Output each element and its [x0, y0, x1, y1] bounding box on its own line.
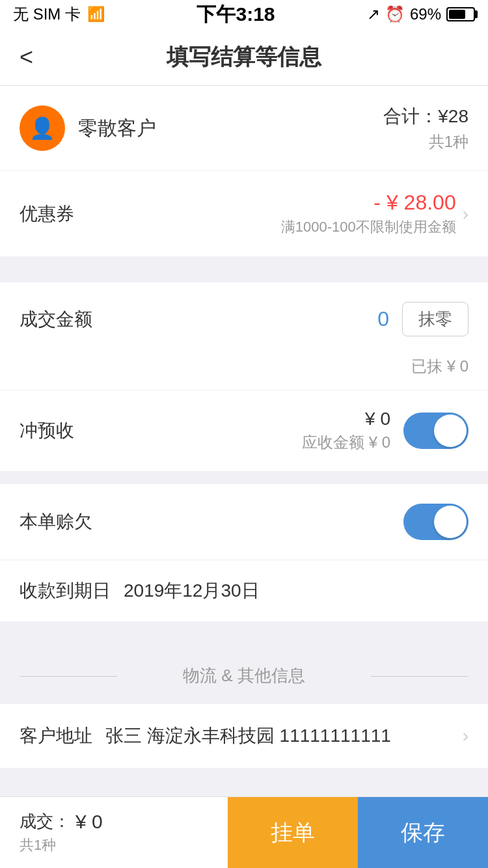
location-icon: ↗: [367, 5, 380, 23]
customer-section: 👤 零散客户 合计：¥28 共1种 优惠券 - ¥ 28.00 满1000-10…: [0, 86, 488, 256]
avatar: 👤: [20, 105, 65, 151]
prepay-recv: 应收金额 ¥ 0: [302, 432, 390, 453]
divider-1: [0, 269, 488, 282]
total-count: 共1种: [383, 131, 468, 152]
coupon-discount: - ¥ 28.00: [281, 191, 456, 215]
logistics-header: 物流 & 其他信息: [0, 647, 488, 704]
credit-toggle-thumb: [434, 506, 467, 538]
nav-bar: < 填写结算等信息: [0, 29, 488, 86]
status-time: 下午3:18: [197, 1, 275, 28]
duedate-value: 2019年12月30日: [124, 578, 260, 603]
deal-amount-label: 成交金额: [20, 307, 92, 332]
battery-percent: 69%: [410, 5, 441, 23]
customer-right: 合计：¥28 共1种: [383, 104, 468, 152]
address-label: 客户地址: [20, 724, 92, 748]
status-bar: 无 SIM 卡 📶 下午3:18 ↗ ⏰ 69%: [0, 0, 488, 29]
prepay-amount: ¥ 0: [302, 409, 390, 429]
address-value: 张三 海淀永丰科技园 11111111111: [105, 724, 463, 748]
round-button[interactable]: 抹零: [402, 302, 468, 336]
prepay-label: 冲预收: [20, 418, 74, 443]
wifi-icon: 📶: [87, 6, 105, 23]
coupon-row[interactable]: 优惠券 - ¥ 28.00 满1000-100不限制使用金额 ›: [0, 170, 488, 256]
status-right: ↗ ⏰ 69%: [367, 5, 475, 23]
credit-toggle[interactable]: [403, 504, 468, 540]
prepay-info: ¥ 0 应收金额 ¥ 0: [302, 409, 390, 453]
page-title: 填写结算等信息: [167, 42, 321, 72]
content: 👤 零散客户 合计：¥28 共1种 优惠券 - ¥ 28.00 满1000-10…: [0, 86, 488, 852]
duedate-label: 收款到期日: [20, 578, 111, 603]
total-amount: 合计：¥28: [383, 104, 468, 129]
coupon-right: - ¥ 28.00 满1000-100不限制使用金额 ›: [281, 191, 468, 237]
coupon-desc: 满1000-100不限制使用金额: [281, 217, 456, 237]
deal-sub-text: 已抹 ¥ 0: [0, 356, 488, 390]
save-button[interactable]: 保存: [358, 797, 488, 869]
deal-right: 0 抹零: [377, 302, 468, 336]
deal-section: 成交金额 0 抹零 已抹 ¥ 0 冲预收 ¥ 0 应收金额 ¥ 0: [0, 282, 488, 471]
chevron-right-icon: ›: [463, 204, 468, 224]
bottom-count: 共1种: [20, 835, 208, 855]
duedate-row: 收款到期日 2019年12月30日: [0, 560, 488, 621]
deal-amount-row: 成交金额 0 抹零: [0, 282, 488, 356]
toggle-thumb: [434, 414, 467, 447]
address-row[interactable]: 客户地址 张三 海淀永丰科技园 11111111111 ›: [0, 704, 488, 768]
address-section: 客户地址 张三 海淀永丰科技园 11111111111 ›: [0, 704, 488, 768]
hold-button[interactable]: 挂单: [228, 797, 358, 869]
back-button[interactable]: <: [20, 44, 33, 71]
bottom-deal-amount: ¥ 0: [75, 811, 103, 833]
avatar-icon: 👤: [29, 116, 55, 141]
bottom-deal-label: 成交：: [20, 810, 70, 833]
customer-row: 👤 零散客户 合计：¥28 共1种: [0, 86, 488, 170]
divider-3: [0, 634, 488, 647]
no-sim-text: 无 SIM 卡: [13, 4, 81, 25]
credit-label: 本单赊欠: [20, 509, 92, 534]
coupon-info: - ¥ 28.00 满1000-100不限制使用金额: [281, 191, 456, 237]
logistics-title: 物流 & 其他信息: [183, 666, 305, 685]
divider-2: [0, 471, 488, 484]
bottom-info: 成交： ¥ 0 共1种: [0, 810, 228, 855]
bottom-deal-row: 成交： ¥ 0: [20, 810, 208, 833]
bottom-bar: 成交： ¥ 0 共1种 挂单 保存: [0, 796, 488, 868]
status-left: 无 SIM 卡 📶: [13, 4, 105, 25]
prepay-right: ¥ 0 应收金额 ¥ 0: [302, 409, 468, 453]
address-chevron-icon: ›: [463, 726, 468, 746]
credit-row: 本单赊欠: [0, 484, 488, 560]
coupon-label: 优惠券: [20, 202, 74, 226]
customer-name: 零散客户: [78, 115, 156, 142]
deal-value: 0: [377, 307, 389, 331]
battery-icon: [446, 7, 475, 21]
alarm-icon: ⏰: [385, 5, 405, 23]
prepay-row: 冲预收 ¥ 0 应收金额 ¥ 0: [0, 390, 488, 471]
customer-left: 👤 零散客户: [20, 105, 156, 151]
prepay-toggle[interactable]: [403, 413, 468, 449]
credit-section: 本单赊欠 收款到期日 2019年12月30日: [0, 484, 488, 621]
